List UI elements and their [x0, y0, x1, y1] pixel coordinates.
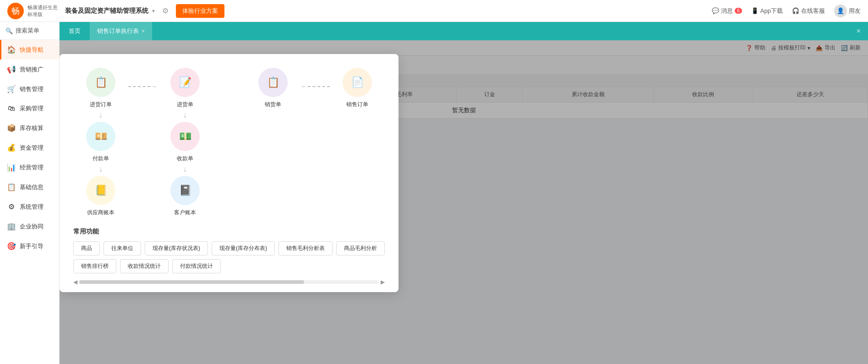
logo-area: 畅 畅康通好生意 标准版 — [7, 3, 58, 19]
purchase-bill-label: 进货单 — [177, 101, 193, 109]
func-btn-payment-stat[interactable]: 付款情况统计 — [172, 259, 221, 273]
sidebar-item-system[interactable]: ⚙ 系统管理 — [0, 197, 59, 217]
page-content: ❓ 帮助 🖨 按模板打印 ▾ 📤 导出 🔄 — [60, 40, 868, 364]
trial-button[interactable]: 体验行业方案 — [176, 4, 224, 18]
tab-close-icon[interactable]: × — [142, 28, 145, 34]
system-icon: ⚙ — [7, 202, 16, 211]
tab-home[interactable]: 首页 — [60, 22, 90, 40]
logo-text: 畅康通好生意 标准版 — [27, 4, 58, 17]
arrow-v3: ↓ — [183, 110, 187, 120]
quick-nav-icon: 🏠 — [7, 45, 16, 54]
sidebar-item-enterprise[interactable]: 🏢 企业协同 — [0, 217, 59, 236]
sales-order-node[interactable]: 📄 销售订单 — [330, 68, 385, 109]
arrow-dashed-2: ← — [300, 68, 330, 91]
func-title: 常用功能 — [73, 228, 385, 236]
purchase-order-label: 进货订单 — [90, 101, 112, 109]
app-download-button[interactable]: 📱 App下载 — [751, 7, 783, 15]
sidebar-item-quick-nav[interactable]: 🏠 快捷导航 — [0, 40, 59, 60]
receipt-label: 收款单 — [177, 155, 193, 163]
user-area[interactable]: 👤 用友 — [834, 5, 861, 17]
tab-bar: 首页 销售订单执行表 × × — [60, 22, 868, 40]
main-area: 🔍 搜索菜单 🏠 快捷导航 📢 营销推广 🛒 销售管理 🛍 采购管理 📦 — [0, 22, 868, 364]
arrow-dashed-1: → — [128, 68, 158, 91]
arrow-v1: ↓ — [99, 110, 103, 120]
modal-box: 📋 进货订单 ↓ 💴 付款单 ↓ — [60, 54, 399, 292]
receipt-icon: 💵 — [170, 122, 200, 151]
purchase-bill-icon: 📝 — [170, 68, 200, 97]
content-area: 首页 销售订单执行表 × × ❓ 帮助 � — [60, 22, 868, 364]
func-btn-product-gross[interactable]: 商品毛利分析 — [336, 241, 385, 255]
purchase-bill-node[interactable]: 📝 进货单 — [158, 68, 213, 109]
sidebar-item-label: 采购管理 — [20, 104, 44, 113]
col-purchase-bill: 📝 进货单 ↓ 💵 收款单 ↓ — [158, 68, 213, 217]
scrollbar-track — [79, 280, 379, 284]
sidebar-item-label: 库存核算 — [20, 124, 44, 132]
avatar: 👤 — [834, 5, 847, 17]
func-row-2: 销售排行榜 收款情况统计 付款情况统计 — [73, 259, 385, 273]
sidebar-item-inventory[interactable]: 📦 库存核算 — [0, 118, 59, 138]
top-bar: 畅 畅康通好生意 标准版 装备及固定资产辅助管理系统 ▾ ⚙ 体验行业方案 💬 … — [0, 0, 868, 22]
newbie-icon: 🎯 — [7, 242, 16, 250]
scrollbar-thumb — [79, 280, 304, 284]
supplier-account-icon: 📒 — [86, 176, 115, 205]
search-icon: 🔍 — [5, 27, 13, 34]
sales-bill-node[interactable]: 📋 销货单 — [246, 68, 300, 109]
tab-sales-order[interactable]: 销售订单执行表 × — [90, 22, 152, 40]
purchase-order-node[interactable]: 📋 进货订单 — [73, 68, 128, 109]
message-badge: 6 — [735, 8, 742, 14]
common-functions-section: 常用功能 商品 往来单位 现存量(库存状况表) 现存量(库存分布表) 销售毛利分… — [73, 228, 385, 273]
tab-bar-close-button[interactable]: × — [857, 27, 868, 35]
func-btn-sales-gross[interactable]: 销售毛利分析表 — [278, 241, 333, 255]
service-label: 在线客服 — [801, 7, 825, 15]
func-btn-partner[interactable]: 往来单位 — [104, 241, 141, 255]
func-btn-stock-status[interactable]: 现存量(库存状况表) — [145, 241, 208, 255]
customer-account-node[interactable]: 📓 客户账本 — [158, 176, 213, 217]
system-title: 装备及固定资产辅助管理系统 — [65, 7, 148, 15]
app-download-label: App下载 — [760, 7, 783, 15]
online-service-button[interactable]: 🎧 在线客服 — [792, 7, 825, 15]
supplier-account-node[interactable]: 📒 供应商账本 — [73, 176, 128, 217]
app-wrapper: 畅 畅康通好生意 标准版 装备及固定资产辅助管理系统 ▾ ⚙ 体验行业方案 💬 … — [0, 0, 868, 364]
sidebar-item-label: 销售管理 — [20, 85, 44, 93]
app-icon: 📱 — [751, 7, 759, 14]
payment-node[interactable]: 💴 付款单 — [73, 122, 128, 163]
sidebar-item-marketing[interactable]: 📢 营销推广 — [0, 60, 59, 79]
message-icon: 💬 — [712, 7, 719, 14]
modal-scrollbar: ◀ ▶ — [73, 279, 385, 285]
payment-icon: 💴 — [86, 122, 115, 151]
sidebar-item-operation[interactable]: 📊 经营管理 — [0, 158, 59, 177]
customer-account-icon: 📓 — [170, 176, 200, 205]
scroll-left-icon[interactable]: ◀ — [73, 279, 77, 285]
user-name: 用友 — [849, 7, 861, 15]
sidebar-item-label: 资金管理 — [20, 144, 44, 152]
finance-icon: 💰 — [7, 143, 16, 152]
sidebar-item-sales[interactable]: 🛒 销售管理 — [0, 79, 59, 99]
dropdown-icon[interactable]: ▾ — [152, 8, 155, 14]
marketing-icon: 📢 — [7, 65, 16, 74]
settings-icon[interactable]: ⚙ — [162, 6, 169, 15]
func-btn-receipt-stat[interactable]: 收款情况统计 — [120, 259, 169, 273]
sales-icon: 🛒 — [7, 85, 16, 93]
message-button[interactable]: 💬 消息 6 — [712, 7, 742, 15]
func-btn-product[interactable]: 商品 — [73, 241, 100, 255]
logo-icon: 畅 — [7, 3, 24, 19]
sidebar-item-finance[interactable]: 💰 资金管理 — [0, 138, 59, 158]
sales-order-icon: 📄 — [343, 68, 372, 97]
tab-label: 销售订单执行表 — [97, 27, 139, 35]
sidebar-item-purchase[interactable]: 🛍 采购管理 — [0, 99, 59, 118]
sidebar-item-newbie[interactable]: 🎯 新手引导 — [0, 236, 59, 256]
func-btn-stock-dist[interactable]: 现存量(库存分布表) — [212, 241, 275, 255]
purchase-order-icon: 📋 — [86, 68, 115, 97]
sidebar-item-label: 营销推广 — [20, 65, 44, 74]
customer-account-label: 客户账本 — [174, 209, 196, 217]
scroll-right-icon[interactable]: ▶ — [381, 279, 385, 285]
func-btn-sales-rank[interactable]: 销售排行榜 — [73, 259, 116, 273]
operation-icon: 📊 — [7, 163, 16, 172]
service-icon: 🎧 — [792, 7, 799, 14]
sidebar-item-label: 快捷导航 — [20, 46, 44, 54]
sidebar-item-label: 新手引导 — [20, 242, 44, 250]
enterprise-icon: 🏢 — [7, 222, 16, 231]
receipt-node[interactable]: 💵 收款单 — [158, 122, 213, 163]
sidebar-search[interactable]: 🔍 搜索菜单 — [0, 22, 59, 40]
sidebar-item-basic-info[interactable]: 📋 基础信息 — [0, 177, 59, 197]
